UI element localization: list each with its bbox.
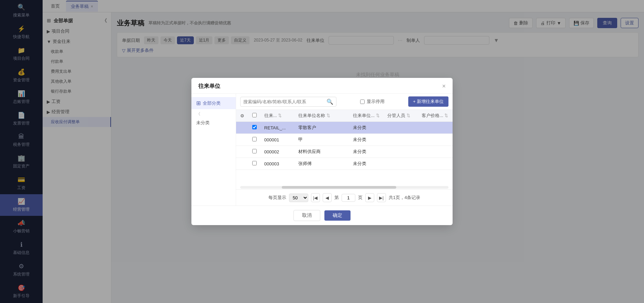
row-code: RETAIL_... (261, 122, 295, 134)
row-price (418, 146, 453, 158)
dialog-close-button[interactable]: × (442, 83, 446, 90)
row-settings[interactable] (236, 122, 248, 134)
add-counterparty-button[interactable]: + 新增往来单位 (408, 96, 448, 107)
page-number-input[interactable] (342, 194, 355, 202)
dialog-toolbar: 🔍 显示停用 + 新增往来单位 (236, 94, 453, 110)
row-code: 000003 (261, 158, 295, 170)
dialog-sidebar-unclassified[interactable]: 未分类 (191, 118, 236, 128)
dialog-table-scroll[interactable]: ⚙ 往来... ⇅ 往来单位名称 ⇅ 往来单位... (236, 110, 453, 185)
col-category-header[interactable]: 往来单位... ⇅ (349, 110, 384, 122)
table-row[interactable]: 000002 材料供应商 未分类 (236, 146, 453, 158)
scrollbar-thumb (282, 186, 396, 189)
show-disabled-toggle[interactable]: 显示停用 (360, 98, 385, 105)
dialog-main: 🔍 显示停用 + 新增往来单位 (236, 94, 453, 206)
confirm-button[interactable]: 确定 (324, 210, 351, 221)
row-checkbox[interactable] (252, 161, 257, 165)
col-check-header[interactable] (248, 110, 261, 122)
dialog-header: 往来单位 × (191, 78, 453, 94)
counterparty-search-input[interactable] (243, 99, 324, 104)
row-salesperson (384, 146, 418, 158)
col-name-header[interactable]: 往来单位名称 ⇅ (295, 110, 349, 122)
table-row[interactable]: RETAIL_... 零散客户 未分类 (236, 122, 453, 134)
row-settings[interactable] (236, 158, 248, 170)
show-disabled-checkbox[interactable] (360, 100, 365, 104)
row-price (418, 122, 453, 134)
row-salesperson (384, 158, 418, 170)
col-settings-header[interactable]: ⚙ (236, 110, 248, 122)
dialog-pagination: 每页显示 50 20 100 |◀ ◀ 第 页 ▶ ▶| 共1页，4条记录 (236, 189, 453, 206)
row-check[interactable] (248, 146, 261, 158)
row-checkbox[interactable] (252, 125, 257, 129)
dialog-sidebar-collapse[interactable]: 《 (191, 109, 236, 118)
row-check[interactable] (248, 158, 261, 170)
row-category: 未分类 (349, 134, 384, 146)
row-code: 000001 (261, 134, 295, 146)
dialog-footer: 取消 确定 (191, 206, 453, 225)
counterparty-search-box[interactable]: 🔍 (240, 97, 336, 107)
row-name: 甲 (295, 134, 349, 146)
select-all-checkbox[interactable] (252, 113, 257, 117)
row-salesperson (384, 134, 418, 146)
row-checkbox[interactable] (252, 149, 257, 153)
table-row[interactable]: 000003 张师傅 未分类 (236, 158, 453, 170)
col-price-header[interactable]: 客户价格... ⇅ (418, 110, 453, 122)
next-page-button[interactable]: ▶ (365, 193, 374, 202)
counterparty-table: ⚙ 往来... ⇅ 往来单位名称 ⇅ 往来单位... (236, 110, 453, 170)
row-check[interactable] (248, 134, 261, 146)
col-code-header[interactable]: 往来... ⇅ (261, 110, 295, 122)
row-check[interactable] (248, 122, 261, 134)
first-page-button[interactable]: |◀ (311, 193, 320, 202)
dialog-overlay: 往来单位 × ⊞ 全部分类 《 未分类 (0, 0, 644, 303)
row-code: 000002 (261, 146, 295, 158)
row-checkbox[interactable] (252, 137, 257, 141)
dialog-sidebar: ⊞ 全部分类 《 未分类 (191, 94, 236, 206)
row-price (418, 158, 453, 170)
table-row[interactable]: 000001 甲 未分类 (236, 134, 453, 146)
row-name: 材料供应商 (295, 146, 349, 158)
prev-page-button[interactable]: ◀ (323, 193, 332, 202)
dialog-body: ⊞ 全部分类 《 未分类 🔍 显示停用 (191, 94, 453, 206)
horizontal-scrollbar[interactable] (240, 186, 448, 189)
counterparty-dialog: 往来单位 × ⊞ 全部分类 《 未分类 (191, 78, 453, 225)
last-page-button[interactable]: ▶| (377, 193, 386, 202)
row-settings[interactable] (236, 146, 248, 158)
row-salesperson (384, 122, 418, 134)
dialog-title: 往来单位 (198, 83, 220, 90)
row-settings[interactable] (236, 134, 248, 146)
row-name: 零散客户 (295, 122, 349, 134)
row-name: 张师傅 (295, 158, 349, 170)
per-page-select[interactable]: 50 20 100 (289, 194, 308, 202)
dialog-sidebar-all[interactable]: ⊞ 全部分类 (191, 97, 236, 109)
row-category: 未分类 (349, 122, 384, 134)
col-salesperson-header[interactable]: 分管人员 ⇅ (384, 110, 418, 122)
grid-icon: ⊞ (196, 100, 201, 106)
row-category: 未分类 (349, 158, 384, 170)
row-price (418, 134, 453, 146)
cancel-button[interactable]: 取消 (293, 210, 320, 221)
search-icon: 🔍 (326, 98, 333, 105)
dialog-table: ⚙ 往来... ⇅ 往来单位名称 ⇅ 往来单位... (236, 110, 453, 189)
row-category: 未分类 (349, 146, 384, 158)
